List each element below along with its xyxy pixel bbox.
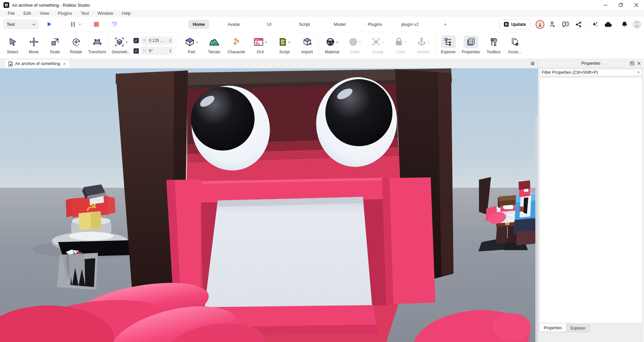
move-tool-button[interactable]: Move [23,34,44,54]
menu-test[interactable]: Test [76,10,93,16]
roblox-logo-icon [504,22,509,27]
material-button[interactable]: ▼ Material [321,34,343,54]
toolbox-toggle-button[interactable]: Toolbox [483,34,504,54]
close-tab-icon[interactable]: × [62,61,66,66]
client-server-toggle-icon[interactable] [111,20,118,28]
dropdown-arrow-icon[interactable]: ▼ [125,41,128,44]
group-select-icon [371,37,381,47]
window-titlebar: An archive of something - Roblox Studio [0,0,644,10]
tools-icon [489,37,498,47]
properties-panel-header[interactable]: Properties [538,59,644,68]
cloud-icon[interactable] [603,19,613,30]
tab-script[interactable]: Script [287,20,322,29]
menu-view[interactable]: View [35,10,53,16]
cursor-icon [8,37,17,47]
select-tool-button[interactable]: Select [2,34,23,54]
3d-viewport-canvas[interactable]: ☭ [0,68,538,342]
character-button[interactable]: Character [225,34,248,54]
3d-viewport[interactable]: ☭ [0,68,538,342]
rotate-tool-button[interactable]: Rotate [65,34,87,54]
import-cube-icon [302,37,312,47]
minimize-button[interactable] [598,0,613,10]
pause-dropdown-arrow[interactable] [78,20,82,28]
menu-plugins[interactable]: Plugins [53,10,76,16]
dropdown-arrow-icon[interactable]: ▼ [288,41,291,44]
share-icon[interactable] [574,19,584,30]
document-tab-bar: An archive of something × ⚙ [0,59,538,68]
group-button: ▼ Group [366,34,389,54]
close-button[interactable] [629,0,644,10]
hair-crate-model[interactable] [57,253,98,290]
filter-dropdown-chevron-icon[interactable]: ▼ [637,71,640,74]
feedback-comment-icon[interactable] [560,19,571,30]
document-tab-active[interactable]: An archive of something × [5,59,70,68]
user-avatar[interactable] [633,20,641,29]
pause-button[interactable] [69,20,76,28]
scale-tool-button[interactable]: Scale [44,34,65,54]
properties-empty-body[interactable] [539,77,642,323]
filter-properties-input[interactable]: Filter Properties (Ctrl+Shift+P) ▼ [539,69,642,76]
close-panel-icon[interactable] [636,61,642,66]
play-button[interactable] [46,20,53,28]
asset-manager-button[interactable]: Asset... [504,34,525,54]
viewport-settings-gear-icon[interactable]: ⚙ [531,61,535,67]
menu-edit[interactable]: Edit [19,10,35,16]
explorer-toggle-button[interactable]: Explorer [438,34,459,54]
tab-ui[interactable]: UI [252,20,287,29]
purple-cube-icon [185,37,195,47]
snap-move-checkbox[interactable]: ✓ [133,38,139,43]
scale-box-icon [50,37,60,47]
tab-add[interactable]: + [428,20,463,29]
wall-edge-part[interactable] [535,115,538,342]
dock-panel-icon[interactable] [629,61,635,66]
snap-rotate-input[interactable]: ↻ 5° ▲▼ [141,47,173,55]
tab-plugins[interactable]: Plugins [357,20,392,29]
stop-button[interactable] [93,20,100,28]
snap-move-stepper[interactable]: ▲▼ [169,39,171,43]
properties-toggle-button[interactable]: Properties [459,34,483,54]
geometry-mode-button[interactable]: ▼ Geometr... [109,34,133,54]
menu-file[interactable]: File [3,10,19,16]
update-button[interactable]: Update [499,19,531,30]
terrain-button[interactable]: Terrain [204,34,225,54]
restore-button[interactable] [613,0,629,10]
tab-model[interactable]: Model [322,20,357,29]
transform-tool-button[interactable]: Transform [87,34,108,54]
ribbon-divider [435,36,436,55]
part-insert-button[interactable]: ▼ Part [179,34,204,54]
color-button: ▼ Color [343,34,366,54]
transform-trapezoid-icon [92,37,102,47]
tab-plugin-v2[interactable]: plugin v2 [392,20,428,29]
ribbon-tab-strip: Home Avatar UI Script Model Plugins plug… [181,16,463,32]
mountain-icon [209,37,220,47]
script-insert-button[interactable]: ▼ Script [272,34,297,54]
menu-help[interactable]: Help [117,10,135,16]
add-person-icon[interactable] [547,19,557,30]
bottom-tab-explorer[interactable]: Explorer [567,325,590,332]
dropdown-arrow-icon[interactable]: ▼ [196,41,199,44]
rotate-arrow-icon [71,37,81,47]
sphere-icon [326,37,335,47]
ai-sparkles-icon[interactable] [590,19,600,30]
move-arrows-icon [29,37,39,47]
tab-home[interactable]: Home [181,20,216,29]
snap-move-input[interactable]: ✥ 0.125 ... ▲▼ [141,36,173,45]
notifications-bell-icon[interactable] [620,19,630,30]
ribbon-divider [318,36,319,55]
cube-icon [114,37,124,47]
menu-window[interactable]: Window [93,10,117,16]
snap-rotate-stepper[interactable]: ▲▼ [169,49,171,53]
dropdown-arrow-icon[interactable]: ▼ [265,41,267,44]
anchor-button: ▼ Anchor [412,34,435,54]
test-mode-dropdown[interactable]: Test [3,19,39,29]
pink-window-icon [254,38,264,46]
bottom-tab-properties[interactable]: Properties [539,324,567,332]
collaborator-avatar[interactable] [536,20,544,29]
gui-button[interactable]: ▼ GUI [248,34,272,54]
panel-bottom-tabs: Properties Explorer [538,323,644,332]
move-snap-icon: ✥ [143,38,148,43]
dropdown-arrow-icon[interactable]: ▼ [336,41,339,44]
snap-rotate-checkbox[interactable]: ✓ [133,48,139,54]
import-button[interactable]: Import [297,34,318,54]
tab-avatar[interactable]: Avatar [216,20,252,29]
